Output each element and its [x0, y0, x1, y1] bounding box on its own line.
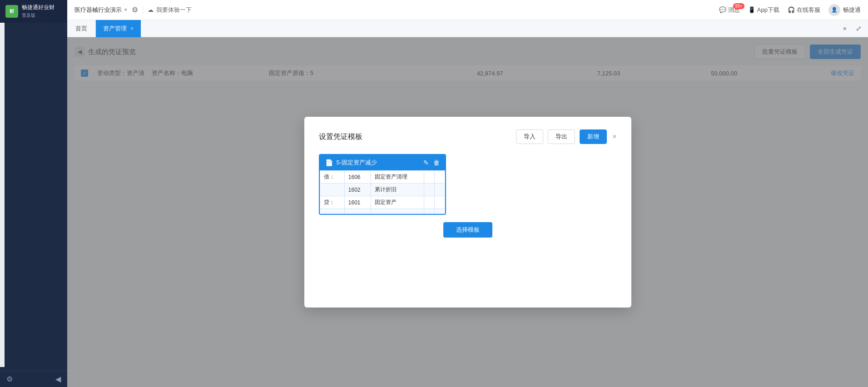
export-button[interactable]: 导出	[548, 129, 575, 144]
app-download-button[interactable]: 📱 App下载	[748, 6, 779, 14]
feedback-icon: ☁	[148, 6, 154, 13]
select-template-button[interactable]: 选择模板	[443, 222, 492, 238]
entry-subject: 固定资产清理	[371, 171, 424, 184]
modal-close-button[interactable]: ×	[612, 133, 616, 141]
entry-code: 1601	[344, 196, 371, 209]
template-entry-row: 借： 1606 固定资产清理	[320, 171, 445, 184]
logo-icon: 财	[5, 5, 18, 18]
entry-code: 1602	[344, 184, 371, 196]
topbar-left: 医疗器械行业演示 ▾ ⚙ ☁ 我要体验一下	[74, 5, 192, 14]
entry-direction: 贷：	[320, 196, 344, 209]
entry-debit	[424, 171, 435, 184]
service-icon: 🎧	[788, 6, 795, 13]
entry-debit	[424, 196, 435, 209]
template-header-actions: ✎ 🗑	[423, 159, 440, 166]
template-entries-table: 借： 1606 固定资产清理	[320, 170, 445, 214]
minimize-button[interactable]: ×	[839, 23, 851, 35]
sidebar: 财 畅捷通好业财 普及版 🔍 搜索菜单 🏠 快捷导航 📊 销售管理 🛒 采	[0, 0, 67, 387]
template-card-body: 借： 1606 固定资产清理	[320, 170, 445, 214]
feedback-button[interactable]: ☁ 我要体验一下	[148, 6, 192, 14]
tab-asset-management[interactable]: 资产管理 ×	[96, 20, 141, 37]
modal-action-buttons: 导入 导出 新增	[516, 129, 607, 144]
company-selector[interactable]: 医疗器械行业演示 ▾	[74, 6, 127, 14]
entry-direction	[320, 184, 344, 196]
user-menu[interactable]: 👤 畅捷通	[828, 4, 861, 16]
page-content: ◀ 生成的凭证预览 批量凭证模板 全部生成凭证 ✓ 变动类型：资产清 资产名称：…	[67, 37, 868, 387]
message-icon: 💬	[719, 6, 726, 13]
sidebar-bottom: ⚙ ◀	[0, 371, 67, 387]
company-name: 医疗器械行业演示	[74, 6, 122, 14]
template-list: 📄 5-固定资产减少 ✎ 🗑	[319, 154, 617, 215]
import-button[interactable]: 导入	[516, 129, 543, 144]
modal-body: 📄 5-固定资产减少 ✎ 🗑	[319, 154, 617, 238]
template-header-left: 📄 5-固定资产减少	[325, 159, 377, 167]
entry-direction	[320, 209, 344, 214]
feedback-label: 我要体验一下	[156, 6, 192, 14]
topbar-settings-icon[interactable]: ⚙	[132, 5, 138, 14]
entry-debit	[424, 209, 435, 214]
topbar-divider	[143, 6, 143, 14]
template-entry-row: 贷： 1601 固定资产	[320, 196, 445, 209]
topbar: 医疗器械行业演示 ▾ ⚙ ☁ 我要体验一下 💬 消息 99+ 📱	[67, 0, 868, 20]
entry-credit	[434, 196, 445, 209]
template-doc-icon: 📄	[325, 159, 333, 166]
modal-header: 设置凭证模板 导入 导出 新增 ×	[319, 129, 617, 144]
download-icon: 📱	[748, 6, 755, 13]
online-service-button[interactable]: 🎧 在线客服	[788, 6, 820, 14]
maximize-button[interactable]: ⤢	[853, 23, 864, 35]
tab-home[interactable]: 首页	[67, 20, 96, 37]
app-name: 畅捷通好业财	[22, 4, 55, 11]
template-entry-row: 1602 累计折旧	[320, 184, 445, 196]
entry-credit	[434, 184, 445, 196]
delete-template-icon[interactable]: 🗑	[433, 159, 440, 166]
username: 畅捷通	[843, 6, 861, 14]
app-download-label: App下载	[757, 6, 779, 14]
modal-title: 设置凭证模板	[319, 132, 362, 142]
entry-subject	[371, 209, 424, 214]
messages-button[interactable]: 💬 消息 99+	[719, 6, 740, 14]
select-template-wrap: 选择模板	[319, 222, 617, 238]
voucher-template-modal: 设置凭证模板 导入 导出 新增 ×	[304, 117, 631, 308]
entry-credit	[434, 209, 445, 214]
template-card-header: 📄 5-固定资产减少 ✎ 🗑	[320, 155, 445, 170]
entry-credit	[434, 171, 445, 184]
online-service-label: 在线客服	[797, 6, 820, 14]
entry-debit	[424, 184, 435, 196]
app-version: 普及版	[22, 12, 55, 19]
template-entry-row	[320, 209, 445, 214]
new-template-button[interactable]: 新增	[580, 129, 607, 144]
avatar: 👤	[828, 4, 840, 16]
company-caret-icon: ▾	[124, 7, 127, 13]
entry-subject: 累计折旧	[371, 184, 424, 196]
entry-code	[344, 209, 371, 214]
entry-code: 1606	[344, 171, 371, 184]
entry-direction: 借：	[320, 171, 344, 184]
tab-actions: × ⤢	[839, 23, 868, 35]
edit-template-icon[interactable]: ✎	[423, 159, 429, 166]
tab-label: 资产管理	[103, 25, 127, 33]
topbar-right: 💬 消息 99+ 📱 App下载 🎧 在线客服 👤 畅捷通	[719, 4, 861, 16]
modal-backdrop: 设置凭证模板 导入 导出 新增 ×	[67, 37, 868, 387]
messages-badge: 99+	[733, 3, 744, 9]
collapse-icon[interactable]: ◀	[55, 375, 61, 383]
sidebar-nav: 🔍 搜索菜单 🏠 快捷导航 📊 销售管理 🛒 采购管理 📦 库存核算 💰	[0, 367, 67, 371]
settings-bottom-icon[interactable]: ⚙	[6, 375, 13, 383]
main-content: 医疗器械行业演示 ▾ ⚙ ☁ 我要体验一下 💬 消息 99+ 📱	[67, 0, 868, 387]
entry-subject: 固定资产	[371, 196, 424, 209]
tab-bar: 首页 资产管理 × × ⤢	[67, 20, 868, 37]
template-name: 5-固定资产减少	[337, 159, 377, 167]
template-card-1: 📄 5-固定资产减少 ✎ 🗑	[319, 154, 446, 215]
app-logo: 财 畅捷通好业财 普及版	[0, 0, 67, 23]
tab-close-icon[interactable]: ×	[130, 25, 134, 32]
